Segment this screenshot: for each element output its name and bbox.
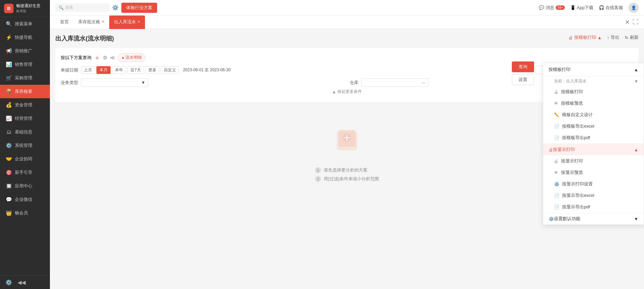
sidebar-item-quicknav[interactable]: ⚡ 快捷导航 [0,31,50,44]
dp-header-label: 按模板打印 [549,67,570,73]
dp-current-chevron-icon[interactable]: ▼ [634,79,638,84]
excel-icon: 📄 [554,193,559,198]
sidebar-item-sales[interactable]: 📊 销售管理 [0,58,50,71]
sidebar-item-guide[interactable]: 🎯 新手引导 [0,166,50,179]
search-placeholder: 搜索 [65,5,73,10]
tab-flow-close-icon[interactable]: ✕ [137,20,140,24]
date-btn-more[interactable]: 更多 [145,66,159,74]
sidebar-item-collab[interactable]: 🤝 企业协同 [0,152,50,166]
message-icon: 💬 [539,5,544,10]
dp-item-template-preview[interactable]: 👁 按模板预览 [543,98,644,109]
industry-btn[interactable]: 体验行业方案 [121,3,157,13]
crown-icon: 👑 [5,210,12,216]
tab-batch-account[interactable]: 库存批次账 ✕ [74,16,109,29]
date-btn-this-month[interactable]: 本月 [96,66,111,74]
sidebar-item-purchase[interactable]: 🛒 采购管理 [0,71,50,85]
dp-display-label: 按显示打印 [553,147,575,153]
filter-header: 按以下方案查询 ＋ ⚙ ≪ ● 流水明细 [61,53,633,62]
export-btn[interactable]: ↑ 导出 [607,34,620,41]
filter-settings-icon[interactable]: ⚙ [103,55,107,61]
dp-item-display-pdf[interactable]: 📄 按显示导出pdf [543,201,644,213]
filter-add-icon[interactable]: ＋ [94,54,100,62]
grid-icon: 🔲 [5,183,12,189]
refresh-btn[interactable]: ↻ 刷新 [625,34,639,41]
settings-btn[interactable]: 设置 [512,74,534,85]
warehouse-select[interactable]: ··· [361,78,429,87]
cart-icon: 🛒 [5,75,12,81]
biz-type-select[interactable]: ▼ [81,78,148,87]
sidebar-item-member[interactable]: 👑 畅会员 [0,206,50,220]
sidebar-item-system[interactable]: ⚙️ 系统管理 [0,139,50,152]
collapse-label: 收起更多条件 [338,89,362,95]
dp-default-func[interactable]: ⚙️ 设置默认功能 ▼ [543,213,644,225]
app-download-btn[interactable]: 📱 App下载 [570,5,593,11]
sidebar-item-label: 应用中心 [15,183,32,189]
sidebar-item-operations[interactable]: 📈 经营管理 [0,112,50,125]
dp-item-template-print[interactable]: 🖨 按模板打印 [543,86,644,98]
sidebar-item-base[interactable]: 🗂 基础信息 [0,125,50,139]
sidebar-item-marketing[interactable]: 📢 营销推广 [0,44,50,58]
topbar-gear-icon[interactable]: ⚙️ [112,4,119,11]
sidebar-logo: B 畅捷通好生意 标准版 [0,0,50,17]
step-num-2: 2 [315,176,321,182]
tab-home-label: 首页 [60,19,69,25]
sidebar-item-finance[interactable]: 💰 资金管理 [0,98,50,112]
dp-item-display-print[interactable]: 🖨 按显示打印 [543,155,644,167]
phone-icon: 📱 [570,5,576,10]
gear-icon: ⚙️ [554,182,559,187]
export-icon: ↑ [607,35,610,40]
date-btn-custom[interactable]: 自定义 [161,66,179,74]
close-window-icon[interactable]: ✕ [625,19,630,26]
dp-item-label: 模板自定义设计 [562,112,593,118]
dp-item-label: 按显示导出excel [562,192,594,199]
tab-batch-close-icon[interactable]: ✕ [101,20,105,24]
printer-icon: 🖨 [554,89,558,95]
date-filter-group: 单据日期 上月 本月 本年 近7天 更多 自定义 2023-06-01 至 20… [61,66,510,74]
flash-icon: ⚡ [5,34,12,41]
search-box[interactable]: 🔍 搜索 [55,3,109,12]
chip-icon: ● [122,55,124,60]
target-icon: 🎯 [5,169,12,176]
logo-badge: 标准版 [16,9,40,14]
maximize-icon[interactable]: ⛶ [633,19,639,26]
user-avatar[interactable]: 👤 [628,3,639,13]
dp-item-template-excel[interactable]: 📄 按模板导出excel [543,121,644,132]
settings-bottom-icon[interactable]: ⚙️ [5,279,12,286]
dp-header-chevron-up-icon[interactable]: ▲ [634,67,638,72]
sidebar-item-apps[interactable]: 🔲 应用中心 [0,179,50,193]
tab-inventory-flow[interactable]: 出入库流水 ✕ [109,16,145,29]
tab-home[interactable]: 首页 [55,16,74,29]
dp-item-template-pdf[interactable]: 📄 按模板导出pdf [543,132,644,143]
dp-default-icon: ⚙️ [549,216,554,221]
dp-display-chevron-up-icon[interactable]: ▲ [634,147,638,152]
dp-item-display-preview[interactable]: 👁 按显示预览 [543,167,644,178]
date-filters: 上月 本月 本年 近7天 更多 自定义 2023-06-01 至 2023-06… [81,66,231,74]
page-content: 出入库流水(流水明细) 🖨 按模板打印 ▲ ↑ 导出 ↻ 刷新 按以下方案查询 … [50,29,644,289]
sidebar-item-inventory[interactable]: 📦 库存核算 [0,85,50,98]
sidebar-item-label: 搜索菜单 [15,21,32,27]
printer-icon: 🖨 [554,159,558,164]
date-btn-last-month[interactable]: 上月 [81,66,95,74]
chevron-up-icon: ▲ [597,35,602,40]
megaphone-icon: 📢 [5,48,12,54]
filter-collapse-icon[interactable]: ≪ [110,55,115,61]
sidebar-item-wechat[interactable]: 💬 企业微信 [0,193,50,206]
sidebar-item-search[interactable]: 🔍 搜索菜单 [0,17,50,31]
date-btn-this-year[interactable]: 本年 [112,66,126,74]
tab-window-controls: ✕ ⛶ [625,19,639,26]
online-service-btn[interactable]: 🎧 在线客服 [599,5,623,11]
print-template-btn[interactable]: 🖨 按模板打印 ▲ [568,34,602,41]
date-btn-7days[interactable]: 近7天 [127,66,144,74]
collapse-sidebar-icon[interactable]: ◀◀ [18,279,26,286]
dp-item-template-design[interactable]: ✏️ 模板自定义设计 [543,109,644,121]
query-btn[interactable]: 查询 [512,61,534,72]
dp-display-icon: 🖨 [549,147,553,152]
dp-item-display-excel[interactable]: 📄 按显示导出excel [543,190,644,201]
messages-btn[interactable]: 💬 消息 99+ [539,5,565,11]
messages-badge: 99+ [556,5,565,10]
filter-chip-detail[interactable]: ● 流水明细 [118,53,145,62]
chip-label: 流水明细 [125,55,142,60]
dp-item-display-settings[interactable]: ⚙️ 按显示打印设置 [543,178,644,190]
dp-section-display[interactable]: 🖨 按显示打印 ▲ [543,144,644,155]
avatar-icon: 👤 [631,5,636,10]
